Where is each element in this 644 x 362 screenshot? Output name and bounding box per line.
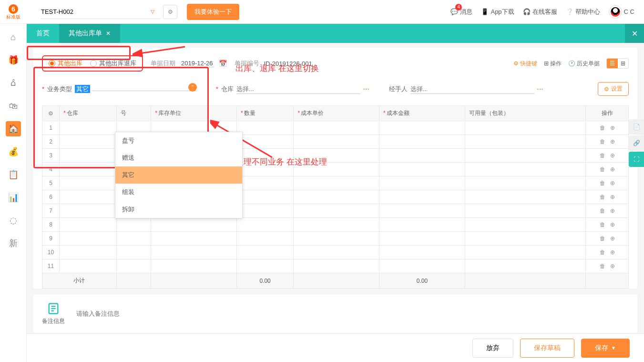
logo-icon: 6 [8, 3, 19, 15]
app-download-label: App下载 [491, 8, 514, 16]
phone-icon: 📱 [481, 8, 489, 15]
gear-icon: ⚙ [168, 9, 173, 15]
online-service-label: 在线客服 [532, 8, 557, 16]
user-menu[interactable]: C C [609, 5, 634, 19]
svg-text:6: 6 [11, 5, 15, 13]
help-icon: ❔ [566, 8, 573, 15]
help-center-label: 帮助中心 [575, 8, 600, 16]
global-search-input[interactable] [41, 5, 160, 19]
avatar [609, 5, 622, 19]
settings-gear-button[interactable]: ⚙ [163, 5, 177, 19]
messages-badge: 4 [455, 4, 462, 10]
top-header: 6 标准版 ▽ ⚙ 我要体验一下 💬 消息 4 📱 App下载 🎧 在线客服 ❔… [0, 0, 644, 24]
try-experience-button[interactable]: 我要体验一下 [187, 4, 239, 20]
app-download-button[interactable]: 📱 App下载 [481, 8, 514, 16]
headset-icon: 🎧 [523, 8, 531, 15]
header-right-menu: 💬 消息 4 📱 App下载 🎧 在线客服 ❔ 帮助中心 C C [450, 5, 634, 19]
messages-label: 消息 [460, 8, 472, 16]
online-service-button[interactable]: 🎧 在线客服 [523, 8, 557, 16]
user-name: C C [624, 8, 634, 15]
version-label: 标准版 [6, 14, 20, 21]
messages-button[interactable]: 💬 消息 4 [450, 8, 472, 16]
help-center-button[interactable]: ❔ 帮助中心 [566, 8, 600, 16]
search-chevron-icon[interactable]: ▽ [151, 9, 154, 15]
app-logo: 6 标准版 [0, 3, 27, 21]
